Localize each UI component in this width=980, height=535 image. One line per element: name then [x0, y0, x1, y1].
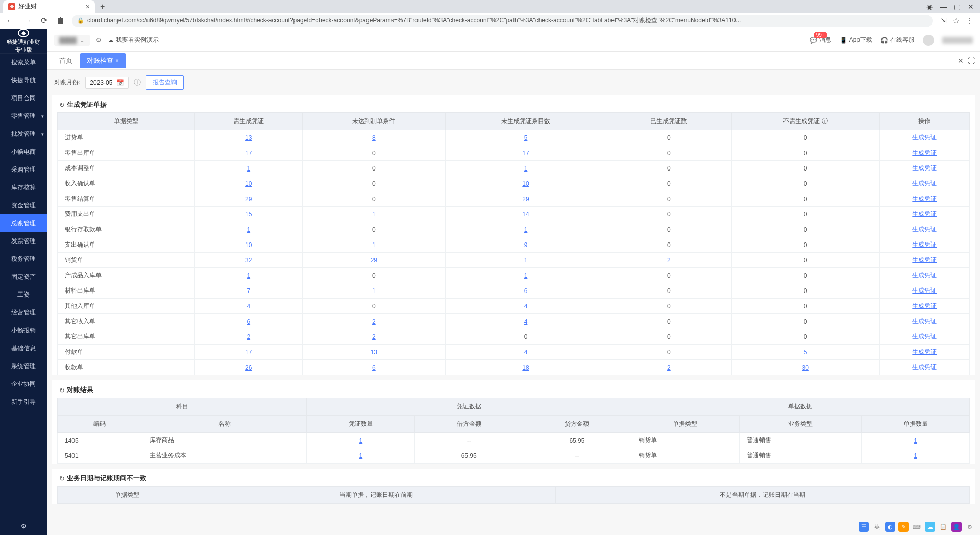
count-link[interactable]: 17	[522, 150, 529, 157]
count-link[interactable]: 1	[372, 241, 376, 249]
page-tab[interactable]: 首页	[52, 53, 80, 68]
delete-icon[interactable]: 🗑	[55, 16, 67, 26]
sidebar-item[interactable]: 新手引导	[0, 393, 47, 411]
count-link[interactable]: 17	[245, 349, 252, 356]
generate-voucher-link[interactable]: 生成凭证	[912, 287, 937, 294]
sidebar-item[interactable]: 采购管理	[0, 161, 47, 179]
count-link[interactable]: 1	[372, 287, 376, 295]
sidebar-item[interactable]: 零售管理▾	[0, 107, 47, 125]
count-link[interactable]: 1	[524, 272, 528, 279]
address-bar[interactable]: 🔒 cloud.chanjet.com/cc/u6d89qwnryel/57bf…	[72, 15, 933, 27]
sidebar-item[interactable]: 经营管理	[0, 304, 47, 322]
gear-icon[interactable]: ⚙	[96, 37, 102, 44]
sidebar-item[interactable]: 工资	[0, 286, 47, 304]
count-link[interactable]: 15	[245, 211, 252, 218]
count-link[interactable]: 4	[247, 303, 250, 310]
generate-voucher-link[interactable]: 生成凭证	[912, 241, 937, 248]
ime-person-icon[interactable]: 👤	[951, 522, 962, 532]
app-download-button[interactable]: 📱 App下载	[840, 36, 872, 44]
generate-voucher-link[interactable]: 生成凭证	[912, 318, 937, 325]
generate-voucher-link[interactable]: 生成凭证	[912, 164, 937, 172]
generate-voucher-link[interactable]: 生成凭证	[912, 363, 937, 371]
sidebar-item[interactable]: 企业协同	[0, 375, 47, 393]
sidebar-item[interactable]: 小畅报销	[0, 322, 47, 339]
generate-voucher-link[interactable]: 生成凭证	[912, 272, 937, 279]
tab-close-icon[interactable]: ×	[115, 57, 119, 64]
page-tab[interactable]: 对账检查×	[80, 53, 126, 68]
count-link[interactable]: 30	[802, 364, 808, 371]
help-icon[interactable]: ⓘ	[134, 78, 141, 87]
sidebar-item[interactable]: 基础信息	[0, 339, 47, 357]
close-all-tabs-icon[interactable]: ✕	[958, 57, 964, 65]
sidebar-item[interactable]: 搜索菜单	[0, 54, 47, 71]
new-tab-button[interactable]: +	[100, 2, 105, 11]
ime-clipboard-icon[interactable]: 📋	[938, 522, 948, 532]
sidebar-item[interactable]: 系统管理	[0, 357, 47, 375]
count-link[interactable]: 17	[245, 150, 252, 157]
count-link[interactable]: 26	[245, 364, 252, 371]
sidebar-item[interactable]: 发票管理	[0, 232, 47, 250]
count-link[interactable]: 29	[245, 196, 252, 203]
tab-close-icon[interactable]: ×	[86, 3, 90, 11]
close-window-icon[interactable]: ✕	[968, 3, 974, 11]
count-link[interactable]: 1	[524, 165, 528, 172]
count-link[interactable]: 4	[524, 303, 528, 310]
bookmark-icon[interactable]: ☆	[953, 17, 960, 25]
count-link[interactable]: 4	[524, 349, 528, 356]
generate-voucher-link[interactable]: 生成凭证	[912, 180, 937, 187]
generate-voucher-link[interactable]: 生成凭证	[912, 348, 937, 355]
count-link[interactable]: 2	[372, 318, 376, 325]
generate-voucher-link[interactable]: 生成凭证	[912, 302, 937, 309]
generate-voucher-link[interactable]: 生成凭证	[912, 333, 937, 340]
count-link[interactable]: 5	[524, 134, 528, 141]
sidebar-item[interactable]: 快捷导航	[0, 71, 47, 89]
count-link[interactable]: 1	[247, 272, 250, 279]
count-link[interactable]: 29	[522, 196, 529, 203]
count-link[interactable]: 5	[804, 349, 807, 356]
browser-menu-icon[interactable]: ◉	[926, 3, 933, 11]
sidebar-item[interactable]: 固定资产	[0, 268, 47, 286]
org-selector[interactable]: ████ ⌄	[54, 35, 90, 46]
count-link[interactable]: 2	[667, 364, 671, 371]
count-link[interactable]: 18	[522, 364, 529, 371]
count-link[interactable]: 1	[247, 226, 250, 233]
ime-settings-icon[interactable]: ⚙	[965, 522, 975, 532]
count-link[interactable]: 2	[372, 333, 376, 341]
sidebar-item[interactable]: 项目合同	[0, 89, 47, 107]
count-link[interactable]: 7	[247, 287, 250, 295]
generate-voucher-link[interactable]: 生成凭证	[912, 134, 937, 141]
count-link[interactable]: 9	[524, 241, 528, 249]
count-link[interactable]: 8	[372, 134, 376, 141]
forward-button[interactable]: →	[21, 16, 34, 26]
minimize-icon[interactable]: —	[940, 3, 947, 11]
month-picker[interactable]: 2023-05 📅	[85, 77, 129, 89]
refresh-icon[interactable]: ↻	[59, 475, 65, 482]
refresh-icon[interactable]: ↻	[59, 101, 65, 109]
count-link[interactable]: 1	[372, 211, 376, 218]
browser-tab[interactable]: ❖ 好业财 ×	[3, 0, 95, 13]
ime-lang[interactable]: 英	[872, 522, 882, 532]
count-link[interactable]: 6	[247, 318, 250, 325]
generate-voucher-link[interactable]: 生成凭证	[912, 226, 937, 233]
refresh-icon[interactable]: ↻	[59, 386, 65, 394]
count-link[interactable]: 2	[667, 257, 671, 264]
ime-keyboard-icon[interactable]: ⌨	[912, 522, 922, 532]
count-link[interactable]: 1	[524, 257, 528, 264]
ime-circle-icon[interactable]: ◐	[885, 522, 895, 532]
count-link[interactable]: 29	[371, 257, 377, 264]
count-link[interactable]: 1	[359, 452, 363, 459]
count-link[interactable]: 10	[245, 180, 252, 187]
count-link[interactable]: 6	[372, 364, 376, 371]
online-service-button[interactable]: 🎧 在线客服	[880, 36, 915, 44]
messages-button[interactable]: 99+ 💬 消息	[810, 36, 831, 44]
count-link[interactable]: 13	[245, 134, 252, 141]
count-link[interactable]: 1	[914, 452, 917, 459]
count-link[interactable]: 1	[524, 226, 528, 233]
sidebar-item[interactable]: 总账管理	[0, 214, 47, 232]
query-report-button[interactable]: 报告查询	[146, 75, 184, 90]
generate-voucher-link[interactable]: 生成凭证	[912, 195, 937, 202]
sidebar-item[interactable]: 税务管理	[0, 250, 47, 268]
count-link[interactable]: 2	[247, 333, 250, 341]
generate-voucher-link[interactable]: 生成凭证	[912, 210, 937, 217]
ime-edit-icon[interactable]: ✎	[898, 522, 909, 532]
